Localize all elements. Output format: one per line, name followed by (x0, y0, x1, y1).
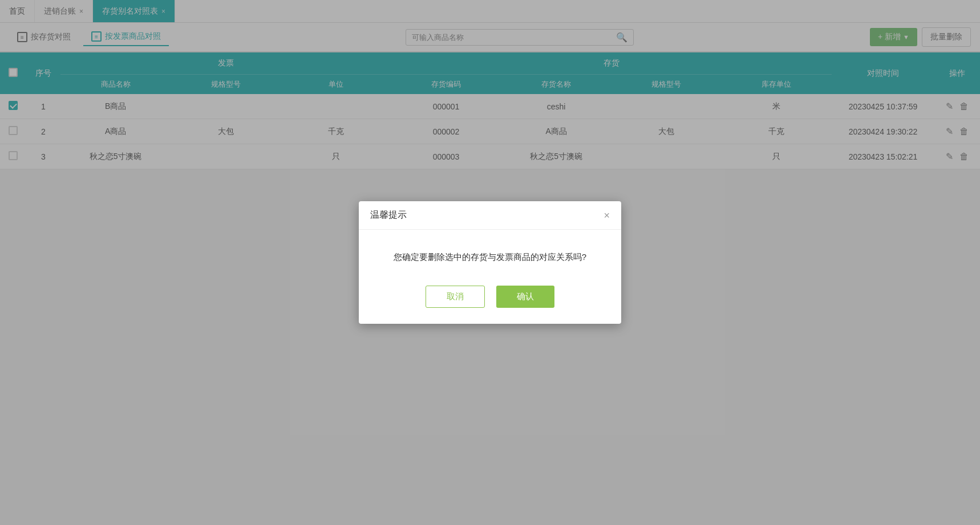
modal-overlay: 温馨提示 × 您确定要删除选中的存货与发票商品的对应关系吗? 取消 确认 (0, 0, 980, 525)
dialog-confirm-button[interactable]: 确认 (496, 286, 554, 308)
dialog-title: 温馨提示 (370, 209, 407, 221)
dialog-close-button[interactable]: × (604, 210, 610, 221)
dialog-body: 您确定要删除选中的存货与发票商品的对应关系吗? (359, 230, 621, 280)
dialog-cancel-button[interactable]: 取消 (426, 286, 485, 308)
dialog-header: 温馨提示 × (359, 201, 621, 230)
dialog-footer: 取消 确认 (359, 280, 621, 324)
dialog: 温馨提示 × 您确定要删除选中的存货与发票商品的对应关系吗? 取消 确认 (359, 201, 621, 324)
dialog-message: 您确定要删除选中的存货与发票商品的对应关系吗? (394, 252, 586, 262)
